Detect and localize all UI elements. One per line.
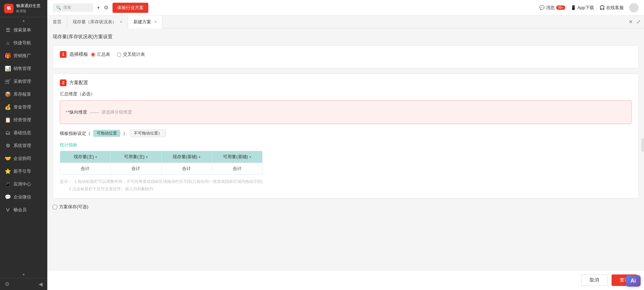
home-icon: ⌂ xyxy=(5,40,11,46)
radio-summary[interactable]: 汇总表 xyxy=(91,51,110,57)
handshake-icon: 🤝 xyxy=(5,155,11,162)
sidebar-item-basic-info[interactable]: 🗂 基础信息 xyxy=(0,126,47,139)
headset-icon: 🎧 xyxy=(599,5,605,10)
col-header-0[interactable]: 现存量(主) ▾ xyxy=(60,151,111,163)
step2-title: 方案配置 xyxy=(69,80,88,86)
clipboard-icon: 📋 xyxy=(5,117,11,123)
sidebar-item-label: 畅会员 xyxy=(14,207,27,213)
col-header-2[interactable]: 现存量(基辅) ▾ xyxy=(162,151,212,163)
col-header-3[interactable]: 可用量(基辅) ▾ xyxy=(212,151,262,163)
cancel-button[interactable]: 取消 xyxy=(581,274,608,286)
col-cell-3: 合计 xyxy=(212,163,262,174)
col-cell-0: 合计 xyxy=(60,163,111,174)
radio-cross-input[interactable] xyxy=(117,52,121,57)
chevron-down-icon: ▾ xyxy=(146,155,148,159)
stats-table-row: 合计 合计 合计 合计 xyxy=(60,163,262,174)
vip-icon: V xyxy=(5,207,11,213)
sidebar-item-marketing[interactable]: 🎁 营销推广 xyxy=(0,49,47,62)
step2-badge: 2 xyxy=(60,79,67,86)
tab-expand-icon[interactable]: ⤢ xyxy=(636,19,641,25)
footer: 取消 查询 xyxy=(47,270,644,290)
ai-badge[interactable]: Ai xyxy=(626,275,641,287)
required-mark: * xyxy=(66,110,67,115)
sidebar-item-finance[interactable]: 💰 资金管理 xyxy=(0,101,47,114)
sidebar-item-label: 企业微信 xyxy=(14,194,31,200)
phone-icon: 📱 xyxy=(571,5,576,10)
collapse-icon[interactable]: ◀ xyxy=(39,281,43,287)
sidebar-item-wechat[interactable]: 💬 企业微信 xyxy=(0,191,47,203)
cart-icon: 🛒 xyxy=(5,78,11,84)
chevron-down-icon: ▾ xyxy=(199,155,200,159)
sidebar-item-sales[interactable]: 📊 销售管理 xyxy=(0,62,47,75)
sidebar-item-quick-nav[interactable]: ⌂ 快捷导航 xyxy=(0,37,47,49)
sidebar-item-operations[interactable]: 📋 经营管理 xyxy=(0,114,47,126)
step1-card: 1 选择模板 汇总表 交叉统计表 xyxy=(53,45,639,68)
tab-inventory-status[interactable]: 现存量（库存状况表） × xyxy=(67,16,128,28)
topbar-dropdown[interactable]: ▾ xyxy=(97,5,100,10)
sidebar-item-cooperation[interactable]: 🤝 企业协同 xyxy=(0,152,47,165)
phone-icon: 📱 xyxy=(5,181,11,187)
indicator-separator: ） xyxy=(123,130,127,137)
tabbar: 首页 现存量（库存状况表） × 新建方案 × ✕ ⤢ xyxy=(47,16,644,28)
sidebar-item-label: 新手引导 xyxy=(14,168,31,174)
search-icon: 🔍 xyxy=(56,5,61,10)
chevron-down-icon: ▾ xyxy=(249,155,251,159)
message-button[interactable]: 💬 消息 99+ xyxy=(539,5,565,11)
search-menu-icon: ☰ xyxy=(5,27,11,33)
app-download-button[interactable]: 📱 App下载 xyxy=(571,5,594,11)
tabbar-right: ✕ ⤢ xyxy=(628,19,644,25)
app-logo-icon: 畅 xyxy=(4,4,14,13)
step2-card: 2 方案配置 汇总维度（必选） * *纵向维度 —— 请选择分组维度 模板指标设… xyxy=(53,74,639,198)
message-badge: 99+ xyxy=(556,5,565,10)
sidebar-item-label: 销售管理 xyxy=(14,66,31,72)
col-header-1[interactable]: 可用量(主) ▾ xyxy=(111,151,162,163)
gift-icon: 🎁 xyxy=(5,53,11,59)
sidebar-item-membership[interactable]: V 畅会员 xyxy=(0,203,47,216)
sidebar-item-purchase[interactable]: 🛒 采购管理 xyxy=(0,75,47,88)
tab-inventory-status-close[interactable]: × xyxy=(120,20,122,24)
radio-cross[interactable]: 交叉统计表 xyxy=(117,51,145,57)
search-box[interactable]: 🔍 搜索 xyxy=(53,3,93,12)
sidebar-scroll-up[interactable]: ▲ xyxy=(0,17,47,24)
star-icon: ⭐ xyxy=(5,168,11,174)
sidebar-scroll-down[interactable]: ▼ xyxy=(0,271,47,278)
fixed-indicator: 不可拖动位置） xyxy=(130,129,166,137)
main-area: 🔍 搜索 ▾ ⚙ 体验行业方案 💬 消息 99+ 📱 App下载 🎧 在线客服 xyxy=(47,0,644,290)
tab-new-plan-close[interactable]: × xyxy=(154,20,157,24)
radio-summary-input[interactable] xyxy=(91,52,95,57)
tab-close-icon[interactable]: ✕ xyxy=(628,19,633,25)
sidebar-item-label: 采购管理 xyxy=(14,78,31,84)
sidebar-item-newcomer[interactable]: ⭐ 新手引导 xyxy=(0,165,47,178)
chevron-down-icon: ▾ xyxy=(95,155,97,159)
save-label: 方案保存(可选) xyxy=(59,204,89,210)
chat-icon: 💬 xyxy=(5,194,11,200)
sidebar-nav: ☰ 搜索菜单 ⌂ 快捷导航 🎁 营销推广 📊 销售管理 🛒 采购管理 📦 库存核… xyxy=(0,24,47,271)
user-avatar[interactable] xyxy=(629,3,639,13)
online-service-button[interactable]: 🎧 在线客服 xyxy=(599,5,624,11)
indicator-label: 模板指标设定（ xyxy=(60,130,91,137)
dimension-area[interactable]: * *纵向维度 —— 请选择分组维度 xyxy=(60,100,631,124)
message-icon: 💬 xyxy=(539,5,545,10)
draggable-indicator: 可拖动位置 xyxy=(93,130,120,137)
tab-new-plan[interactable]: 新建方案 × xyxy=(128,16,163,28)
sidebar-item-app-center[interactable]: 📱 应用中心 xyxy=(0,178,47,191)
topbar-settings-icon[interactable]: ⚙ xyxy=(104,4,108,11)
tab-home[interactable]: 首页 xyxy=(47,16,67,28)
save-checkbox[interactable] xyxy=(53,205,57,209)
trial-button[interactable]: 体验行业方案 xyxy=(113,3,148,13)
settings-bottom-icon[interactable]: ⚙ xyxy=(5,281,9,287)
col-cell-2: 合计 xyxy=(162,163,212,174)
sidebar-item-label: 基础信息 xyxy=(14,130,31,136)
col-cell-1: 合计 xyxy=(111,163,162,174)
sidebar-item-label: 企业协同 xyxy=(14,155,31,162)
sidebar-item-label: 搜索菜单 xyxy=(14,27,31,33)
resize-handle[interactable] xyxy=(641,138,644,152)
sidebar-item-system[interactable]: ⚙ 系统管理 xyxy=(0,139,47,152)
sales-icon: 📊 xyxy=(5,66,11,72)
tips-item2: 2.点击标题栏下拉可设置排序、插入列和删除列 xyxy=(60,186,631,193)
sidebar-item-inventory[interactable]: 📦 库存核算 xyxy=(0,88,47,101)
sidebar: 畅 畅康通好生意 标准版 ▲ ☰ 搜索菜单 ⌂ 快捷导航 🎁 营销推广 📊 销售… xyxy=(0,0,47,290)
stats-section-title: 统计指标 xyxy=(60,142,631,148)
sidebar-logo: 畅 畅康通好生意 标准版 xyxy=(0,0,47,17)
sidebar-item-search-menu[interactable]: ☰ 搜索菜单 xyxy=(0,24,47,37)
